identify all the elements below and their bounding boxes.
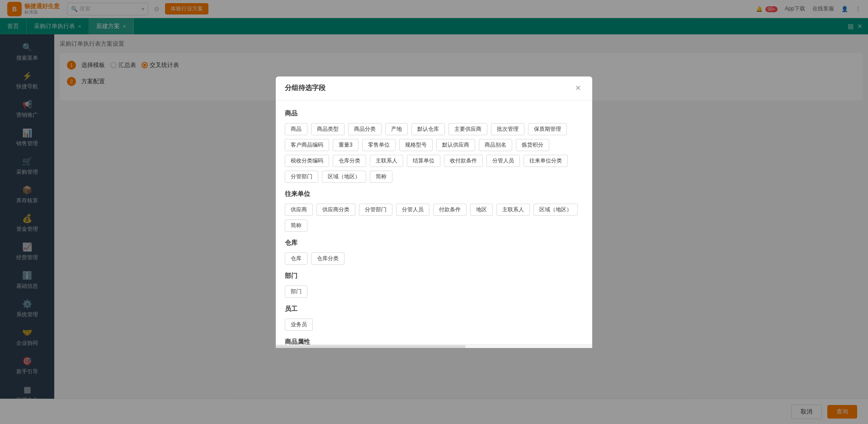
section-title-product: 商品 — [285, 110, 583, 118]
field-tag[interactable]: 炼货积分 — [516, 139, 549, 151]
field-tag[interactable]: 产地 — [385, 123, 408, 135]
dialog-header: 分组待选字段 ✕ — [276, 76, 592, 100]
section-title-dept: 部门 — [285, 272, 583, 280]
field-tag[interactable]: 商品别名 — [479, 139, 512, 151]
field-tag[interactable]: 结算单位 — [407, 155, 440, 167]
field-tag[interactable]: 商品分类 — [348, 123, 382, 135]
field-tag[interactable]: 仓库分类 — [333, 155, 366, 167]
field-tag[interactable]: 部门 — [285, 286, 307, 298]
field-tag[interactable]: 供应商分类 — [316, 204, 355, 216]
dialog-title: 分组待选字段 — [285, 84, 326, 92]
field-tag[interactable]: 业务员 — [285, 319, 313, 331]
section-title-partner: 往来单位 — [285, 190, 583, 198]
section-title-warehouse: 仓库 — [285, 239, 583, 247]
field-tag[interactable]: 保质期管理 — [528, 123, 567, 135]
field-tag[interactable]: 批次管理 — [491, 123, 524, 135]
field-grid-employee: 业务员 — [285, 319, 583, 331]
field-tag[interactable]: 规格型号 — [399, 139, 433, 151]
dialog-hscrollbar[interactable] — [276, 344, 592, 348]
field-tag[interactable]: 商品 — [285, 123, 307, 135]
field-grid-dept: 部门 — [285, 286, 583, 298]
dialog-hscrollbar-thumb — [276, 345, 466, 348]
field-tag[interactable]: 主要供应商 — [448, 123, 487, 135]
field-tag[interactable]: 收付款条件 — [444, 155, 483, 167]
field-tag[interactable]: 区域（地区） — [322, 171, 366, 183]
field-tag[interactable]: 分管部门 — [285, 171, 318, 183]
field-tag[interactable]: 分管人员 — [486, 155, 520, 167]
field-tag[interactable]: 商品类型 — [311, 123, 344, 135]
field-tag[interactable]: 供应商 — [285, 204, 313, 216]
field-tag[interactable]: 付款条件 — [433, 204, 467, 216]
field-grid-product: 商品 商品类型 商品分类 产地 默认仓库 主要供应商 批次管理 保质期管理 客户… — [285, 123, 583, 183]
field-grid-partner: 供应商 供应商分类 分管部门 分管人员 付款条件 地区 主联系人 区域（地区） … — [285, 204, 583, 232]
field-tag[interactable]: 税收分类编码 — [285, 155, 329, 167]
section-title-employee: 员工 — [285, 305, 583, 313]
field-tag[interactable]: 主联系人 — [370, 155, 403, 167]
field-tag[interactable]: 简称 — [285, 219, 307, 232]
field-tag[interactable]: 零售单位 — [362, 139, 396, 151]
field-tag[interactable]: 简称 — [370, 171, 392, 183]
field-tag[interactable]: 仓库 — [285, 252, 307, 265]
field-grid-warehouse: 仓库 仓库分类 — [285, 252, 583, 265]
field-tag[interactable]: 客户商品编码 — [285, 139, 329, 151]
field-tag[interactable]: 仓库分类 — [311, 252, 344, 265]
field-tag[interactable]: 区域（地区） — [533, 204, 578, 216]
dialog-overlay: 分组待选字段 ✕ 商品 商品 商品类型 商品分类 产地 默认仓库 主要供应商 批… — [0, 0, 868, 424]
field-tag[interactable]: 分管人员 — [396, 204, 429, 216]
field-tag[interactable]: 重量3 — [333, 139, 359, 151]
section-title-attr: 商品属性 — [285, 338, 583, 344]
field-tag[interactable]: 往来单位分类 — [524, 155, 568, 167]
dialog-body: 商品 商品 商品类型 商品分类 产地 默认仓库 主要供应商 批次管理 保质期管理… — [276, 100, 592, 344]
field-tag[interactable]: 主联系人 — [496, 204, 530, 216]
dialog: 分组待选字段 ✕ 商品 商品 商品类型 商品分类 产地 默认仓库 主要供应商 批… — [276, 76, 592, 348]
field-tag[interactable]: 分管部门 — [359, 204, 392, 216]
field-tag[interactable]: 默认供应商 — [436, 139, 475, 151]
field-tag[interactable]: 默认仓库 — [411, 123, 445, 135]
dialog-close-button[interactable]: ✕ — [572, 83, 583, 94]
field-tag[interactable]: 地区 — [470, 204, 493, 216]
